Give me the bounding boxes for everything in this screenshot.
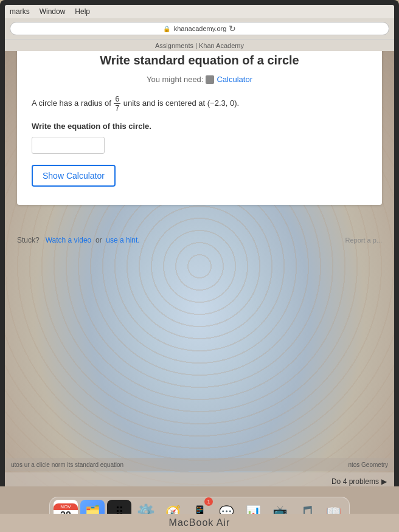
address-bar[interactable]: 🔒 khanacademy.org ↻ xyxy=(10,22,389,35)
fraction-numerator: 6 xyxy=(114,95,120,104)
ka-background: Write standard equation of a circle You … xyxy=(5,41,394,491)
menu-help[interactable]: Help xyxy=(75,7,90,16)
fraction: 6 7 xyxy=(114,95,120,113)
problem-text-before: A circle has a radius of xyxy=(32,98,111,108)
browser-toolbar: 🔒 khanacademy.org ↻ xyxy=(5,18,394,39)
fraction-denominator: 7 xyxy=(114,104,120,112)
content-card: Write standard equation of a circle You … xyxy=(17,41,382,205)
watch-video-link[interactable]: Watch a video xyxy=(46,236,92,244)
refresh-button[interactable]: ↻ xyxy=(229,24,236,33)
calendar-month: NOV xyxy=(54,503,78,510)
scroll-labels: utos ur a clicle norm its standard equat… xyxy=(5,458,394,471)
macbook-label: MacBook Air xyxy=(0,514,399,532)
problem-statement: A circle has a radius of 6 7 units and i… xyxy=(32,95,367,113)
scroll-right-label: ntos Geometry xyxy=(348,461,388,468)
write-label: Write the equation of this circle. xyxy=(32,122,367,131)
screen: marks Window Help 🔒 khanacademy.org ↻ As… xyxy=(5,5,394,491)
or-label: or xyxy=(95,236,102,244)
show-calculator-button[interactable]: Show Calculator xyxy=(32,165,116,187)
report-link[interactable]: Report a p... xyxy=(345,237,382,244)
lock-icon: 🔒 xyxy=(163,26,170,32)
menubar: marks Window Help xyxy=(5,5,394,18)
calculator-icon xyxy=(206,75,214,84)
might-need-row: You might need: Calculator xyxy=(32,75,367,84)
laptop-frame: marks Window Help 🔒 khanacademy.org ↻ As… xyxy=(0,0,399,496)
problem-text-after: units and is centered at (−2.3, 0). xyxy=(123,98,239,108)
breadcrumb: Assignments | Khan Academy xyxy=(5,39,394,51)
menu-marks[interactable]: marks xyxy=(10,7,30,16)
might-need-label: You might need: xyxy=(147,75,203,84)
browser-chrome: 🔒 khanacademy.org ↻ Assignments | Khan A… xyxy=(5,18,394,51)
stuck-row: Stuck? Watch a video or use a hint. Repo… xyxy=(17,236,382,244)
answer-input[interactable] xyxy=(32,137,105,154)
stuck-label: Stuck? xyxy=(17,236,40,244)
page-title: Write standard equation of a circle xyxy=(32,54,367,67)
notification-badge: 1 xyxy=(204,497,213,506)
do-problems-label: Do 4 problems xyxy=(331,477,379,486)
calculator-link[interactable]: Calculator xyxy=(217,75,252,84)
url-text: khanacademy.org xyxy=(174,25,227,32)
menu-window[interactable]: Window xyxy=(40,7,66,16)
cursor-icon: ▶ xyxy=(381,477,387,486)
use-hint-link[interactable]: use a hint. xyxy=(106,236,139,244)
scroll-left-label: utos ur a clicle norm its standard equat… xyxy=(11,461,123,468)
